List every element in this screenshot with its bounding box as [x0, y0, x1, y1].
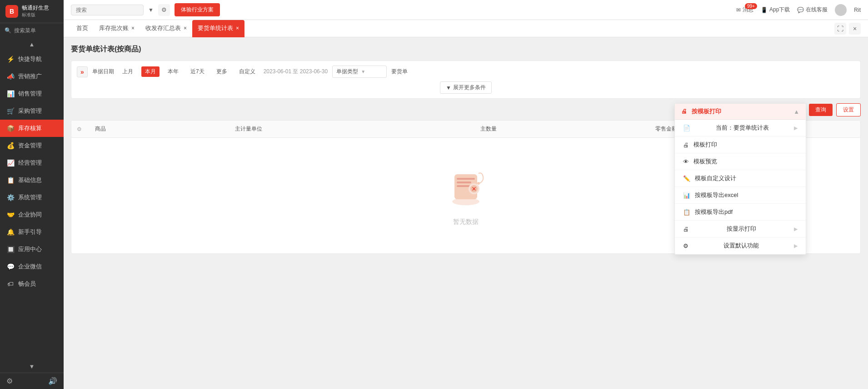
sidebar-item-finance[interactable]: 💰 资金管理 [0, 137, 64, 154]
tabs-bar: 首页 库存批次账 × 收发存汇总表 × 要货单统计表 × ⛶ × [64, 20, 868, 37]
sidebar-scroll-up[interactable]: ▲ [0, 38, 64, 51]
sidebar-item-system[interactable]: ⚙️ 系统管理 [0, 189, 64, 206]
tab-receipt-summary[interactable]: 收发存汇总表 × [140, 20, 192, 37]
dropdown-header: 🖨 按模板打印 ▲ [675, 104, 806, 120]
service-icon: 💬 [797, 7, 804, 13]
date-prev-month-btn[interactable]: 上月 [119, 66, 137, 77]
system-icon: ⚙️ [6, 194, 15, 201]
topbar-left: ▼ ⚙ 体验行业方案 [71, 3, 220, 16]
app-logo-text: 畅通好生意 标准版 [22, 5, 49, 18]
dropdown-item-template-custom[interactable]: ✏️ 模板自定义设计 [675, 170, 806, 187]
dropdown-item-template-pdf[interactable]: 📋 按模板导出pdf [675, 204, 806, 221]
tab-close-btn[interactable]: × [849, 23, 861, 35]
sidebar-item-operation[interactable]: 📈 经营管理 [0, 154, 64, 172]
dropdown-item-template-excel[interactable]: 📊 按模板导出excel [675, 187, 806, 204]
appstore-icon: 🔲 [6, 246, 15, 253]
online-service-btn[interactable]: 💬 在线客服 [797, 6, 828, 14]
sidebar-item-purchase[interactable]: 🛒 采购管理 [0, 102, 64, 120]
purchase-icon: 🛒 [6, 107, 15, 115]
sidebar-item-basic[interactable]: 📋 基础信息 [0, 172, 64, 189]
trial-industry-btn[interactable]: 体验行业方案 [175, 3, 220, 16]
order-type-select[interactable]: 单据类型 ▼ [332, 66, 387, 78]
sales-icon: 📊 [6, 90, 15, 97]
order-type-dropdown-icon: ▼ [361, 69, 383, 74]
main-area: ▼ ⚙ 体验行业方案 ✉ 消息 99+ 📱 App下载 💬 在线客服 Rit [64, 0, 868, 389]
dropdown-item-template-print[interactable]: 🖨 模板打印 [675, 136, 806, 153]
date-custom-btn[interactable]: 自定义 [235, 66, 259, 77]
sidebar-logo: B 畅通好生意 标准版 [0, 0, 64, 23]
operation-icon: 📈 [6, 159, 15, 167]
col-unit: 主计量单位 [229, 121, 475, 138]
current-item-icon: 📄 [683, 125, 690, 131]
table-toolbar: 🖨 按模板打印 ▲ 📄 当前：要货单统计表 ▶ 🖨 模板打印 👁 模板预览 [71, 103, 861, 116]
tab-close-order-summary[interactable]: × [236, 25, 239, 31]
quick-nav-icon: ⚡ [6, 56, 15, 63]
sidebar-scroll-down[interactable]: ▼ [0, 360, 64, 373]
gear-icon: ⚙ [161, 6, 167, 13]
sidebar-item-appstore[interactable]: 🔲 应用中心 [0, 241, 64, 258]
template-print-icon: 🖨 [683, 141, 689, 148]
dropdown-item-set-default[interactable]: ⚙ 设置默认功能 ▶ [675, 237, 806, 254]
sidebar-item-collab[interactable]: 🤝 企业协同 [0, 206, 64, 223]
tab-inventory-batch[interactable]: 库存批次账 × [94, 20, 140, 37]
date-more-btn[interactable]: 更多 [213, 66, 231, 77]
expand-icon: ▼ [446, 85, 451, 91]
user-avatar[interactable] [835, 4, 847, 16]
sidebar-item-quick-nav[interactable]: ⚡ 快捷导航 [0, 51, 64, 68]
order-tag-label: 要货单 [391, 68, 408, 76]
sidebar-item-inventory[interactable]: 📦 库存核算 [0, 120, 64, 137]
filter-collapse-btn[interactable]: » [77, 66, 88, 77]
print-dropdown-menu: 🖨 按模板打印 ▲ 📄 当前：要货单统计表 ▶ 🖨 模板打印 👁 模板预览 [674, 103, 806, 255]
expand-more-btn[interactable]: ▼ 展开更多条件 [440, 81, 492, 94]
display-print-arrow: ▶ [794, 226, 798, 232]
tab-maximize-btn[interactable]: ⛶ [834, 23, 846, 35]
empty-text: 暂无数据 [453, 218, 479, 226]
tab-close-receipt-summary[interactable]: × [184, 25, 187, 31]
sidebar-item-sales[interactable]: 📊 销售管理 [0, 85, 64, 102]
sidebar-footer: ⚙ 🔊 [0, 373, 64, 389]
settings-btn[interactable]: 设置 [836, 103, 861, 116]
marketing-icon: 📣 [6, 73, 15, 80]
empty-illustration [443, 165, 489, 211]
sidebar-items: ⚡ 快捷导航 📣 营销推广 📊 销售管理 🛒 采购管理 📦 库存核算 💰 资金管… [0, 51, 64, 360]
message-icon: ✉ [736, 7, 741, 13]
sidebar-item-marketing[interactable]: 📣 营销推广 [0, 68, 64, 85]
top-search-input[interactable] [71, 5, 144, 15]
top-settings-btn[interactable]: ⚙ [158, 4, 170, 16]
app-download-btn[interactable]: 📱 App下载 [761, 6, 790, 14]
dropdown-close-icon[interactable]: ▲ [793, 108, 799, 115]
sidebar-item-guide[interactable]: 🔔 新手引导 [0, 223, 64, 241]
date-last7-btn[interactable]: 近7天 [187, 66, 208, 77]
search-menu-item[interactable]: 🔍 搜索菜单 [0, 23, 64, 38]
member-icon: 🏷 [6, 280, 15, 288]
col-settings[interactable]: ⚙ [71, 121, 90, 138]
current-item-arrow: ▶ [794, 125, 798, 131]
tab-close-inventory-batch[interactable]: × [131, 25, 135, 31]
tabs-right-controls: ⛶ × [834, 23, 861, 35]
date-this-month-btn[interactable]: 本月 [141, 66, 160, 77]
messages-btn[interactable]: ✉ 消息 99+ [736, 6, 753, 14]
sidebar: B 畅通好生意 标准版 🔍 搜索菜单 ▲ ⚡ 快捷导航 📣 营销推广 📊 销售管… [0, 0, 64, 389]
footer-settings-icon[interactable]: ⚙ [6, 377, 13, 385]
top-search-dropdown[interactable]: ▼ [148, 7, 154, 13]
tab-home[interactable]: 首页 [71, 20, 94, 37]
date-this-year-btn[interactable]: 本年 [164, 66, 182, 77]
svg-rect-2 [457, 178, 475, 180]
svg-point-9 [477, 182, 480, 185]
tab-order-summary[interactable]: 要货单统计表 × [192, 20, 244, 37]
footer-sound-icon[interactable]: 🔊 [48, 377, 57, 385]
dropdown-item-current[interactable]: 📄 当前：要货单统计表 ▶ [675, 120, 806, 136]
date-filter-label: 单据日期 [92, 68, 114, 76]
query-btn[interactable]: 查询 [809, 104, 833, 116]
svg-rect-3 [457, 182, 471, 183]
sidebar-item-wechat[interactable]: 💬 企业微信 [0, 258, 64, 275]
dropdown-item-display-print[interactable]: 🖨 按显示打印 ▶ [675, 221, 806, 237]
print-header-icon: 🖨 [681, 108, 687, 115]
col-settings-icon[interactable]: ⚙ [77, 126, 82, 132]
guide-icon: 🔔 [6, 228, 15, 236]
dropdown-item-template-preview[interactable]: 👁 模板预览 [675, 153, 806, 170]
collab-icon: 🤝 [6, 211, 15, 218]
template-preview-icon: 👁 [683, 158, 689, 165]
set-default-arrow: ▶ [794, 243, 798, 249]
sidebar-item-member[interactable]: 🏷 畅会员 [0, 275, 64, 293]
